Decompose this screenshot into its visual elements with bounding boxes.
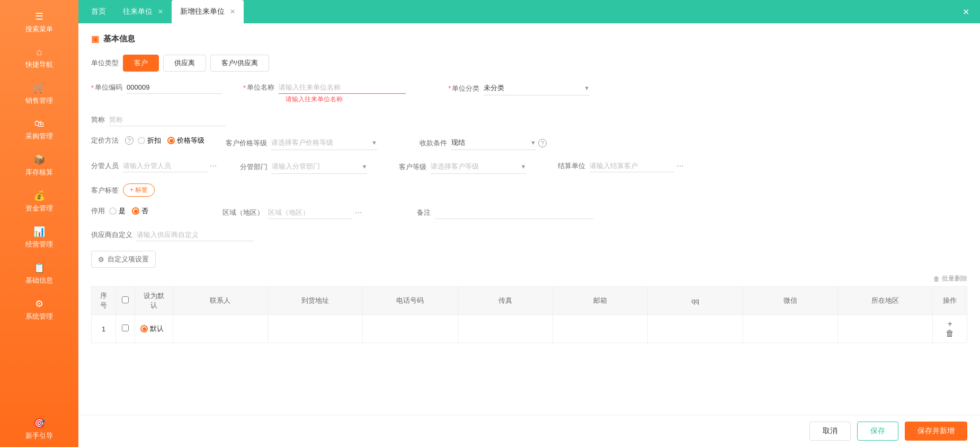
payment-terms-help-icon[interactable]: ? [538, 139, 547, 147]
row-email[interactable] [553, 315, 647, 343]
row-wechat-input[interactable] [749, 325, 832, 333]
manager-input[interactable] [123, 160, 208, 172]
sidebar-bottom: 🎯 新手引导 [0, 411, 78, 447]
manager-label: 分管人员 [91, 161, 119, 171]
sidebar-label-system: 系统管理 [25, 312, 53, 321]
tab-new-partner-close[interactable]: ✕ [230, 8, 235, 15]
save-button[interactable]: 保存 [857, 422, 898, 441]
pricing-level-option[interactable]: 价格等级 [167, 136, 204, 145]
sidebar-label-search: 搜索菜单 [25, 24, 53, 34]
customer-level-select[interactable]: 请选择客户等级 ▼ [431, 160, 526, 174]
row-default-label: 默认 [150, 324, 164, 334]
sidebar-item-search[interactable]: ☰ 搜索菜单 [0, 4, 78, 40]
sidebar-label-operations: 经营管理 [25, 240, 53, 249]
customer-tag-row: 客户标签 + 标签 [91, 183, 967, 197]
settlement-unit-field: 结算单位 ··· [558, 160, 685, 172]
batch-delete-button[interactable]: 🗑 批量删除 [933, 274, 967, 283]
sidebar-label-basic: 基础信息 [25, 276, 53, 285]
region-more-btn[interactable]: ··· [353, 208, 364, 217]
col-checkbox [116, 287, 135, 315]
sidebar-item-quick-nav[interactable]: ⌂ 快捷导航 [0, 40, 78, 76]
row-delivery-input[interactable] [273, 325, 357, 333]
row-seq: 1 [92, 315, 116, 343]
row-default-radio[interactable]: 默认 [140, 324, 167, 334]
disabled-no-radio [132, 207, 139, 215]
supplier-custom-input[interactable] [137, 229, 253, 241]
sidebar-item-inventory[interactable]: 📦 库存核算 [0, 147, 78, 183]
row-qq-input[interactable] [653, 325, 737, 333]
type-btn-both[interactable]: 客户/供应离 [210, 55, 269, 72]
row-fax[interactable] [458, 315, 553, 343]
cancel-button[interactable]: 取消 [809, 422, 851, 441]
unit-code-name-row: * 单位编码 * 单位名称 请输入往来单位名称 * 单位分类 未分类 ▼ [91, 81, 967, 104]
batch-delete-label: 批量删除 [942, 274, 967, 283]
add-tag-button[interactable]: + 标签 [123, 183, 155, 197]
unit-name-input[interactable] [279, 81, 406, 94]
sidebar-item-operations[interactable]: 📊 经营管理 [0, 220, 78, 256]
unit-category-field: * 单位分类 未分类 ▼ [448, 81, 590, 95]
sidebar-item-guide[interactable]: 🎯 新手引导 [0, 411, 78, 447]
pricing-discount-option[interactable]: 折扣 [138, 136, 161, 145]
section-title: 基本信息 [103, 34, 135, 44]
manager-more-btn[interactable]: ··· [208, 161, 219, 171]
row-phone-input[interactable] [368, 325, 452, 333]
row-region[interactable] [838, 315, 933, 343]
settlement-unit-input[interactable] [590, 160, 674, 172]
customer-price-level-label: 客户价格等级 [226, 138, 267, 148]
customer-price-level-select[interactable]: 请选择客户价格等级 ▼ [271, 136, 377, 150]
row-wechat[interactable] [743, 315, 838, 343]
disabled-no-option[interactable]: 否 [132, 206, 148, 216]
sidebar-item-finance[interactable]: 💰 资金管理 [0, 183, 78, 220]
row-email-input[interactable] [558, 325, 642, 333]
batch-delete-area: 🗑 批量删除 [91, 274, 967, 283]
pricing-help-icon[interactable]: ? [125, 136, 133, 145]
row-contact-input[interactable] [179, 325, 262, 333]
save-and-new-button[interactable]: 保存并新增 [905, 422, 967, 441]
add-row-button[interactable]: + [946, 319, 955, 329]
window-close-button[interactable]: ✕ [956, 7, 976, 17]
customer-level-placeholder: 请选择客户等级 [431, 162, 518, 171]
sidebar-item-purchase[interactable]: 🛍 采购管理 [0, 112, 78, 147]
customer-price-level-field: 客户价格等级 请选择客户价格等级 ▼ [226, 136, 377, 150]
custom-settings-button[interactable]: ⚙ 自定义项设置 [91, 251, 156, 268]
sidebar-item-basic[interactable]: 📋 基础信息 [0, 256, 78, 292]
row-fax-input[interactable] [464, 325, 547, 333]
tab-partner-close[interactable]: ✕ [158, 8, 163, 15]
payment-terms-select[interactable]: 现结 ▼ [451, 136, 536, 150]
row-qq[interactable] [648, 315, 743, 343]
settlement-unit-more-btn[interactable]: ··· [674, 161, 685, 171]
row-region-input[interactable] [843, 325, 927, 333]
batch-delete-icon: 🗑 [933, 275, 940, 283]
del-row-button[interactable]: 🗑 [943, 329, 956, 338]
region-input[interactable] [268, 206, 353, 219]
main-area: 首页 往来单位 ✕ 新增往来单位 ✕ ✕ ▣ 基本信息 单位类型 客户 供应离 … [78, 0, 980, 447]
row-checkbox[interactable] [122, 325, 129, 331]
short-name-input[interactable] [109, 113, 226, 126]
search-icon: ☰ [35, 11, 43, 22]
row-delivery[interactable] [268, 315, 363, 343]
row-contact[interactable] [173, 315, 268, 343]
sidebar-item-sales[interactable]: 🛒 销售管理 [0, 76, 78, 112]
row-phone[interactable] [363, 315, 458, 343]
sidebar-label-sales: 销售管理 [25, 96, 53, 106]
unit-category-label: 单位分类 [452, 84, 479, 93]
customer-level-label: 客户等级 [399, 162, 426, 172]
tab-home[interactable]: 首页 [83, 0, 114, 23]
department-select[interactable]: 请输入分管部门 ▼ [272, 160, 367, 174]
disabled-label: 停用 [91, 206, 105, 216]
select-all-checkbox[interactable] [122, 296, 129, 303]
remark-input[interactable] [435, 206, 594, 219]
tab-partner[interactable]: 往来单位 ✕ [114, 0, 172, 23]
unit-name-required: * [243, 84, 246, 92]
disabled-yes-option[interactable]: 是 [109, 206, 126, 216]
type-btn-supplier[interactable]: 供应离 [163, 55, 206, 72]
tab-new-partner[interactable]: 新增往来单位 ✕ [172, 0, 244, 23]
row-default-cell: 默认 [135, 315, 173, 343]
contacts-table-header-row: 序号 设为默认 联系人 到货地址 电话号码 传真 邮箱 qq 微信 所在地区 操… [92, 287, 967, 315]
unit-code-input[interactable] [127, 81, 222, 94]
col-wechat: 微信 [743, 287, 838, 315]
unit-category-select[interactable]: 未分类 ▼ [484, 81, 590, 95]
custom-settings-gear-icon: ⚙ [98, 256, 104, 264]
sidebar-item-system[interactable]: ⚙ 系统管理 [0, 292, 78, 328]
type-btn-customer[interactable]: 客户 [123, 55, 159, 72]
